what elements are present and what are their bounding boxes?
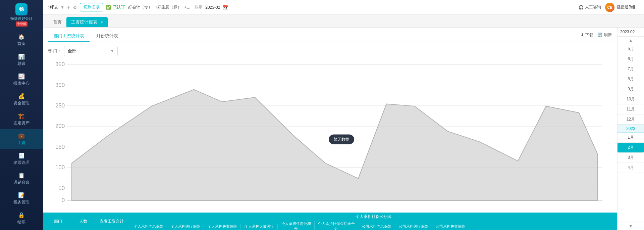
topbar-dropdown-arrow[interactable]: ▼ [60,5,64,10]
rs-month-2023-3[interactable]: 3月 [618,153,644,163]
sidebar-item-label: 报表中心 [13,81,30,86]
th-personal-major-medical: 个人承担大额医疗 [241,224,278,229]
th-count: 人数 [73,213,93,230]
sidebar-item-invoice[interactable]: 🧾 发票管理 [0,149,43,169]
invoice-icon: 🧾 [18,152,25,159]
rs-scroll-down-btn[interactable]: ▼ [618,222,644,230]
rs-month-7[interactable]: 7月 [618,64,644,74]
reports-icon: 📈 [18,73,25,80]
th-group-sub-cells: 个人承担养老保险 个人承担医疗保险 个人承担失业保险 个人承担大额医疗 个人承担 [130,221,617,230]
svg-text:300: 300 [55,82,65,88]
sidebar-item-archive[interactable]: 🗂️ 归档管理 [0,228,43,230]
area-chart: 350 300 250 200 150 100 50 0 [48,60,612,209]
topbar-good-accounting: 好会计（专） [128,4,152,10]
no-data-tooltip: 暂无数据 [329,135,354,144]
topbar-calendar-icon[interactable]: 📅 [223,5,228,10]
download-action-btn[interactable]: ⬇ 下载 [581,32,593,38]
topbar-good-business: +好生意（标） [155,4,181,10]
topbar-gear-btn[interactable]: ⚙ [73,5,77,10]
select-arrow-icon: ▼ [110,49,114,53]
salary-icon: 💼 [18,133,25,139]
tabbar: 首页 工资统计报表 × [43,15,644,28]
settle-icon: 🔒 [18,212,25,218]
sidebar-item-tax[interactable]: 📝 税务管理 [0,189,43,209]
tab-home[interactable]: 首页 [48,17,66,27]
rs-month-12[interactable]: 12月 [618,114,644,125]
sidebar-item-salary[interactable]: 💼 工资 [0,129,43,149]
th-group-personal: 个人承担社保公积金 个人承担养老保险 个人承担医疗保险 个人承担失业保险 个人承… [130,213,617,230]
chart-wrapper: 350 300 250 200 150 100 50 0 暂无数据 [43,60,617,213]
main-area: 测试 ▼ + ⚙ 切到旧版 ✅ 已认证 好会计（专） +好生意（标） +… 账期… [43,0,644,230]
svg-text:0: 0 [62,197,65,203]
logo-icon: 畅 [15,3,28,15]
topbar-add-btn[interactable]: + [67,4,70,10]
home-icon: 🏠 [18,34,25,40]
topbar-user-btn[interactable]: CE 轻捷通B组... [605,3,639,12]
certified-icon: ✅ [106,5,111,10]
sidebar-item-label: 固定资产 [13,120,30,126]
topbar-username: 轻捷通B组... [616,4,639,10]
rs-month-9[interactable]: 9月 [618,84,644,94]
main-panel: 部门工资统计表 月份统计表 ⬇ 下载 🔄 刷新 [43,28,617,230]
logo-badge: 专业版 [16,21,28,27]
subtab-group: 部门工资统计表 月份统计表 [48,31,123,42]
sidebar-item-home[interactable]: 🏠 首页 [0,30,43,50]
logo-text: 畅捷通好会计 [10,16,33,21]
sidebar-item-label: 首页 [17,41,25,47]
svg-text:350: 350 [55,61,65,67]
sidebar-item-settle[interactable]: 🔒 结账 [0,209,43,228]
topbar-certified-status: ✅ 已认证 [106,4,125,10]
rs-scroll-up-btn[interactable]: ▲ [618,37,644,44]
ledger-icon: 📊 [18,53,25,60]
topbar-service-btn[interactable]: 🎧 人工咨询 [579,4,601,10]
rs-month-2023-4[interactable]: 4月 [618,163,644,173]
th-group-title: 个人承担社保公积金 [130,213,617,221]
rs-month-5[interactable]: 5月 [618,44,644,54]
sidebar-logo: 畅 畅捷通好会计 专业版 [0,0,43,30]
th-company-medical: 公司承担医疗保险 [395,224,432,229]
rs-year-2023-divider: 2023 [618,125,644,133]
dept-filter-select[interactable]: 全部 ▼ [64,46,118,56]
rs-month-2023-1[interactable]: 1月 [618,133,644,143]
th-dept: 部门 [43,213,73,230]
sidebar-item-funds[interactable]: 💰 资金管理 [0,90,43,109]
sidebar-item-reports[interactable]: 📈 报表中心 [0,70,43,90]
rs-month-11[interactable]: 11月 [618,104,644,114]
sidebar-item-ledger[interactable]: 📊 总账 [0,50,43,70]
rs-month-6[interactable]: 6月 [618,54,644,64]
tab-salary-report[interactable]: 工资统计报表 × [66,17,108,27]
rs-month-2023-2[interactable]: 2月 [618,143,644,153]
sidebar-item-label: 结账 [17,219,25,225]
th-total-salary: 应发工资合计 [93,213,130,230]
sidebar-item-sales[interactable]: 📋 进销台账 [0,169,43,189]
refresh-icon: 🔄 [597,33,602,37]
switch-to-old-btn[interactable]: 切到旧版 [80,3,103,11]
sidebar-item-label: 发票管理 [13,160,30,166]
rs-month-8[interactable]: 8月 [618,74,644,84]
topbar-avatar: CE [605,3,614,12]
sidebar-item-label: 工资 [17,140,25,146]
th-personal-total: 个人承担社保公积金合计 [315,221,358,230]
rs-year-label: 2023.02 [620,30,635,34]
sidebar-item-assets[interactable]: 🏗️ 固定资产 [0,109,43,129]
rs-month-list: 5月 6月 7月 8月 9月 10月 11月 [618,44,644,222]
th-personal-housing-fund: 个人承担住房公积金 [278,221,315,230]
refresh-action-btn[interactable]: 🔄 刷新 [597,32,612,38]
sidebar-item-label: 总账 [17,61,25,66]
right-sidebar-datepicker: 2023.02 ▲ 5月 6月 7月 8月 9月 [617,28,644,230]
topbar-title: 测试 [48,4,58,10]
th-personal-unemployment: 个人承担失业保险 [204,224,241,229]
topbar-period-value: 2023-02 [205,5,220,10]
rs-month-10[interactable]: 10月 [618,94,644,104]
subtab-dept[interactable]: 部门工资统计表 [48,31,90,42]
svg-text:100: 100 [55,165,65,170]
assets-icon: 🏗️ [18,113,25,119]
subtab-actions: ⬇ 下载 🔄 刷新 [581,32,612,41]
th-company-unemployment: 公司承担失业保险 [432,224,469,229]
subtabs: 部门工资统计表 月份统计表 ⬇ 下载 🔄 刷新 [43,28,617,42]
subtab-monthly[interactable]: 月份统计表 [91,31,123,42]
sidebar: 畅 畅捷通好会计 专业版 🏠 首页 📊 总账 📈 报表中心 💰 资金管理 🏗️ … [0,0,43,230]
filter-row: 部门： 全部 ▼ [43,42,617,60]
tab-close-btn[interactable]: × [101,20,103,25]
dept-filter-value: 全部 [68,48,76,54]
